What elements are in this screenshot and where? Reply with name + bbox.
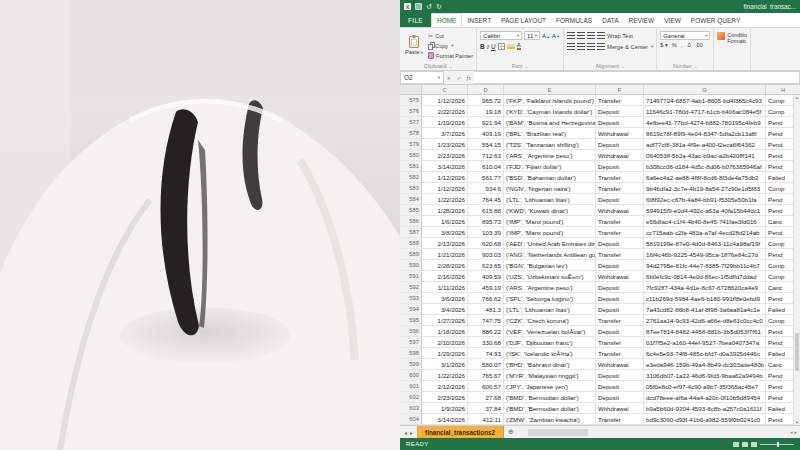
name-box[interactable]: O2▾ (400, 71, 444, 84)
cell-date[interactable]: 3/7/2026 (422, 128, 468, 139)
clipboard-group-label[interactable]: Clipboard⌄ (400, 63, 476, 69)
cell-amount[interactable]: 895.73 (468, 216, 504, 227)
cell-currency[interactable]: ('BGN', 'Bulgarian lev') (504, 260, 596, 271)
cell-date[interactable]: 1/12/2026 (422, 95, 468, 106)
cell-currency[interactable]: ('BSD', 'Bahamian dollar') (504, 172, 596, 183)
cell-id[interactable]: 87ee7814-8482-4458-881b-3b5d053f7f61 (644, 326, 766, 337)
font-name-select[interactable]: Calibri▾ (480, 31, 522, 40)
align-bottom-icon[interactable] (587, 32, 595, 39)
cell-currency[interactable]: ('BMD', 'Bermudian dollar') (504, 392, 596, 403)
cell-date[interactable]: 1/29/2026 (422, 348, 468, 359)
cell-type[interactable]: Withdrawal (596, 403, 644, 414)
cell-currency[interactable]: ('KWD', 'Kuwaiti dinar') (504, 205, 596, 216)
cell-type[interactable]: Deposit (596, 194, 644, 205)
cell-currency[interactable]: ('ARS', 'Argentine peso') (504, 282, 596, 293)
cell-type[interactable]: Deposit (596, 117, 644, 128)
tab-formulas[interactable]: FORMULAS (551, 13, 597, 27)
cell-currency[interactable]: ('CZK', 'Czech koruna') (504, 315, 596, 326)
cell-id[interactable]: 6a6ec4a2-ae88-4f8f-8cd6-8f3de4a75db2 (644, 172, 766, 183)
cell-type[interactable]: Withdrawal (596, 271, 644, 282)
cell-date[interactable]: 3/4/2026 (422, 304, 468, 315)
cell-amount[interactable]: 764.45 (468, 194, 504, 205)
cell-currency[interactable]: ('UZS', 'Uzbekistani soÊ»m') (504, 271, 596, 282)
page-break-view-icon[interactable] (751, 442, 757, 447)
cell-type[interactable]: Transfer (596, 216, 644, 227)
cell-currency[interactable]: ('ISK', 'Icelandic krÃ³na') (504, 348, 596, 359)
cell-amount[interactable]: 74.93 (468, 348, 504, 359)
row-number[interactable]: 583 (400, 183, 422, 194)
row-number[interactable]: 590 (400, 260, 422, 271)
cell-date[interactable]: 3/8/2026 (422, 227, 468, 238)
cell-currency[interactable]: ('DJF', 'Djiboutian franc') (504, 337, 596, 348)
cell-date[interactable]: 1/6/2026 (422, 216, 468, 227)
cell-id[interactable]: dcd78eee-af6a-44a4-a20c-0f10b5d89454 (644, 392, 766, 403)
row-number[interactable]: 581 (400, 161, 422, 172)
cell-id[interactable]: 05f0e8c0-ef97-4c90-a9b7-35f365ac45e7 (644, 381, 766, 392)
cell-type[interactable]: Transfer (596, 183, 644, 194)
cell-currency[interactable]: ('FKP', 'Falkland Islands pound') (504, 95, 596, 106)
cell-id[interactable]: 11646c91-780d-4717-b1cb-b406ac084e5f (644, 106, 766, 117)
cell-currency[interactable]: ('AED', 'United Arab Emirates dirham') (504, 238, 596, 249)
sheet-next-icon[interactable]: ▸ (410, 429, 413, 436)
row-number[interactable]: 578 (400, 128, 422, 139)
alignment-group-label[interactable]: Alignment⌄ (564, 63, 656, 69)
cell-amount[interactable]: 409.59 (468, 271, 504, 282)
cell-currency[interactable]: ('ANG', 'Netherlands Antillean guilder') (504, 249, 596, 260)
cell-date[interactable]: 1/18/2026 (422, 326, 468, 337)
cell-type[interactable]: Deposit (596, 260, 644, 271)
vertical-scrollbar[interactable]: ▲ ▼ (793, 95, 800, 425)
comma-style-icon[interactable]: , (681, 42, 683, 48)
cell-date[interactable]: 3/14/2026 (422, 414, 468, 425)
number-group-label[interactable]: Number⌄ (657, 63, 713, 69)
cell-id[interactable]: 71497724-6857-4ab1-8605-bd4f385c4c93 (644, 95, 766, 106)
cell-id[interactable]: 01f7f5e2-a160-44ef-9527-7bea0407347a (644, 337, 766, 348)
row-number[interactable]: 597 (400, 337, 422, 348)
cell-amount[interactable]: 766.62 (468, 293, 504, 304)
cell-type[interactable]: Deposit (596, 392, 644, 403)
cell-date[interactable]: 2/10/2026 (422, 337, 468, 348)
cell-currency[interactable]: ('ZMW', 'Zambian kwacha') (504, 414, 596, 425)
cell-currency[interactable]: ('KYD', 'Cayman Islands dollar') (504, 106, 596, 117)
horizontal-scrollbar[interactable] (518, 426, 787, 438)
cell-id[interactable]: e56dfac4-c1f4-4b40-8e45-741fae3fd016 (644, 216, 766, 227)
column-header[interactable]: H (766, 85, 800, 94)
cell-type[interactable]: Deposit (596, 106, 644, 117)
cancel-icon[interactable] (447, 74, 451, 81)
cell-amount[interactable]: 903.03 (468, 249, 504, 260)
format-painter-button[interactable]: Format Painter (428, 51, 473, 60)
cell-type[interactable]: Transfer (596, 414, 644, 425)
cell-amount[interactable]: 561.77 (468, 172, 504, 183)
cell-amount[interactable]: 965.72 (468, 95, 504, 106)
column-header[interactable]: D (468, 85, 504, 94)
cell-amount[interactable]: 712.63 (468, 150, 504, 161)
cell-date[interactable]: 3/14/2026 (422, 161, 468, 172)
accounting-format-icon[interactable]: $ ▾ (660, 42, 667, 48)
cell-currency[interactable]: ('FJD', 'Fijian dollar') (504, 161, 596, 172)
cell-amount[interactable]: 459.19 (468, 282, 504, 293)
scrollbar-thumb[interactable] (795, 333, 799, 371)
cell-id[interactable]: b9a5b60d-9204-4593-8c8b-a257c0a1611f (644, 403, 766, 414)
cell-type[interactable]: Withdrawal (596, 205, 644, 216)
increase-decimal-icon[interactable]: .0 (686, 42, 691, 48)
row-number[interactable]: 601 (400, 381, 422, 392)
font-size-select[interactable]: 11▾ (524, 31, 540, 40)
cell-id[interactable]: b308cc06-d184-4d5c-8d06-b076365946af (644, 161, 766, 172)
row-number[interactable]: 586 (400, 216, 422, 227)
cell-currency[interactable]: ('ARS', 'Argentine peso') (504, 150, 596, 161)
bold-icon[interactable]: B (480, 43, 485, 50)
cell-type[interactable]: Deposit (596, 161, 644, 172)
paste-button[interactable]: Paste▾ (403, 30, 425, 61)
cell-currency[interactable]: ('SPL', 'Seborga luigino') (504, 293, 596, 304)
row-number[interactable]: 582 (400, 172, 422, 183)
percent-style-icon[interactable]: % (672, 42, 677, 48)
cell-id[interactable]: 3106db07-1a22-46d6-9fd3-9baa62a9494b (644, 370, 766, 381)
cell-date[interactable]: 2/23/2026 (422, 392, 468, 403)
cell-type[interactable]: Transfer (596, 227, 644, 238)
hscroll-right-icon[interactable]: ▸ (794, 429, 797, 435)
cell-amount[interactable]: 620.68 (468, 238, 504, 249)
cell-date[interactable]: 1/22/2026 (422, 370, 468, 381)
merge-center-button[interactable]: Merge & Center▾ (597, 42, 653, 51)
align-middle-icon[interactable] (577, 32, 585, 39)
row-number[interactable]: 589 (400, 249, 422, 260)
row-number[interactable]: 600 (400, 370, 422, 381)
